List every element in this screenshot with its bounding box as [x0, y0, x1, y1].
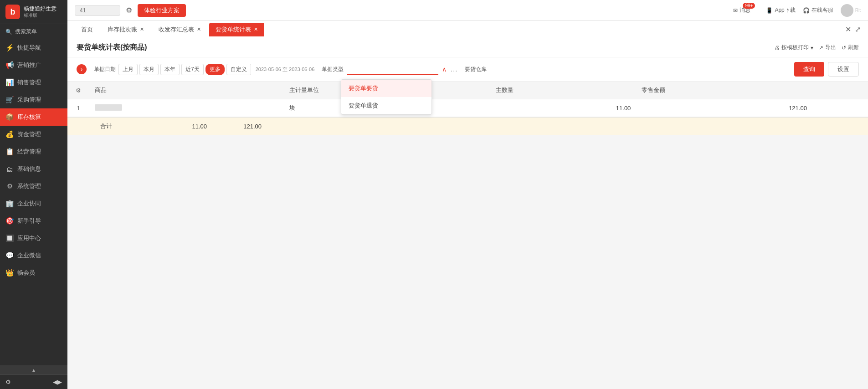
- date-btn-this-year[interactable]: 本年: [160, 64, 180, 75]
- app-download-item[interactable]: 📱 App下载: [766, 6, 795, 14]
- date-btn-more[interactable]: 更多: [205, 64, 225, 75]
- sidebar-nav: ⚡ 快捷导航 📢 营销推广 📊 销售管理 🛒 采购管理 📦 库存核算 💰 资金管…: [0, 39, 67, 365]
- sidebar-item-wechat[interactable]: 💬 企业微信: [0, 247, 67, 264]
- sidebar-item-enterprise[interactable]: 🏢 企业协同: [0, 195, 67, 212]
- type-more-icon[interactable]: …: [450, 65, 457, 73]
- table-row: 1 块 11.00 121.00: [67, 99, 868, 117]
- trial-button[interactable]: 体验行业方案: [138, 4, 186, 17]
- main-content: ⚙ 体验行业方案 ✉ 消息 99+ 📱 App下载 🎧 在线客服 Rit: [67, 0, 868, 389]
- warehouse-filter-group: 要货仓库: [465, 66, 487, 73]
- topbar-settings-icon[interactable]: ⚙: [126, 6, 132, 15]
- app-logo-icon: b: [5, 5, 20, 19]
- filter-actions: 查询 设置: [794, 62, 859, 77]
- messages-item[interactable]: ✉ 消息 99+: [733, 6, 750, 14]
- window-controls: ✕ ⤢: [845, 25, 861, 34]
- print-dropdown-icon: ▾: [811, 45, 813, 51]
- sidebar-item-sales[interactable]: 📊 销售管理: [0, 74, 67, 91]
- messages-badge: 99+: [743, 3, 755, 9]
- dropdown-item-order-return[interactable]: 要货单退货: [341, 97, 431, 114]
- tabbar: 首页 库存批次账 ✕ 收发存汇总表 ✕ 要货单统计表 ✕ ✕ ⤢: [67, 21, 868, 38]
- messages-icon: ✉: [733, 7, 738, 14]
- date-btn-last-7days[interactable]: 近7天: [181, 64, 204, 75]
- nav-icon-operation: 📋: [5, 148, 14, 156]
- print-icon: 🖨: [774, 45, 780, 51]
- nav-icon-basic: 🗂: [5, 165, 14, 173]
- type-dropdown-chevron[interactable]: ∧: [442, 66, 447, 73]
- print-template-button[interactable]: 🖨 按模板打印 ▾: [774, 44, 813, 51]
- refresh-button[interactable]: ↺ 刷新: [842, 44, 859, 51]
- app-download-icon: 📱: [766, 7, 773, 14]
- nav-icon-wechat: 💬: [5, 251, 14, 260]
- nav-icon-sales: 📊: [5, 78, 14, 87]
- nav-icon-inventory: 📦: [5, 113, 14, 121]
- sidebar: b 畅捷通好生意 标准版 🔍 搜索菜单 ⚡ 快捷导航 📢 营销推广 📊 销售管理…: [0, 0, 67, 389]
- sidebar-collapse-button[interactable]: ▲: [0, 365, 67, 374]
- page-header: 要货单统计表(按商品) 🖨 按模板打印 ▾ ↗ 导出 ↺ 刷新: [67, 38, 868, 57]
- tab-close-receivable-summary[interactable]: ✕: [197, 26, 201, 32]
- query-button[interactable]: 查询: [794, 62, 824, 77]
- sidebar-item-marketing[interactable]: 📢 营销推广: [0, 56, 67, 74]
- date-filter-group: 单据日期 上月 本月 本年 近7天 更多 自定义 2023-05-06 至 20…: [94, 64, 314, 75]
- window-expand-icon[interactable]: ⤢: [855, 25, 861, 34]
- nav-icon-finance: 💰: [5, 130, 14, 138]
- table-footer: 合计 11.00 121.00: [67, 117, 868, 135]
- type-filter-label: 单据类型: [322, 66, 344, 73]
- topbar-left: ⚙ 体验行业方案: [75, 4, 186, 17]
- tab-close-inventory-batch[interactable]: ✕: [140, 26, 144, 32]
- table-settings-icon[interactable]: ⚙: [76, 87, 81, 94]
- date-btn-custom[interactable]: 自定义: [226, 64, 251, 75]
- col-header-product: 商品: [89, 82, 284, 99]
- table-cell-product: [89, 99, 284, 117]
- nav-icon-member: 👑: [5, 269, 14, 277]
- nav-icon-enterprise: 🏢: [5, 200, 14, 208]
- export-button[interactable]: ↗ 导出: [819, 44, 836, 51]
- data-table-container: ⚙ 商品 主计量单位 主数量 零售金额 1: [67, 82, 868, 117]
- filter-settings-button[interactable]: 设置: [828, 62, 859, 77]
- sidebar-item-operation[interactable]: 📋 经营管理: [0, 143, 67, 160]
- page-content: 要货单统计表(按商品) 🖨 按模板打印 ▾ ↗ 导出 ↺ 刷新 ›: [67, 38, 868, 389]
- footer-totals: 11.00 121.00: [121, 123, 267, 130]
- tab-order-summary[interactable]: 要货单统计表 ✕: [209, 23, 264, 36]
- user-avatar-item[interactable]: Rit: [841, 4, 861, 17]
- sidebar-item-finance[interactable]: 💰 资金管理: [0, 126, 67, 143]
- tab-home[interactable]: 首页: [75, 23, 99, 36]
- search-icon: 🔍: [5, 29, 12, 35]
- sidebar-item-apps[interactable]: 🔲 应用中心: [0, 230, 67, 247]
- sidebar-item-quick-nav[interactable]: ⚡ 快捷导航: [0, 39, 67, 56]
- sidebar-search[interactable]: 🔍 搜索菜单: [0, 24, 67, 39]
- table-cell-sale-amount: 121.00: [636, 99, 812, 117]
- sidebar-item-guide[interactable]: 🎯 新手引导: [0, 212, 67, 230]
- topbar-search-input[interactable]: [75, 5, 120, 16]
- dropdown-item-order-goods[interactable]: 要货单要货: [341, 80, 431, 97]
- tab-close-order-summary[interactable]: ✕: [254, 26, 258, 32]
- filter-expand-button[interactable]: ›: [77, 64, 87, 74]
- tab-receivable-summary[interactable]: 收发存汇总表 ✕: [152, 23, 207, 36]
- online-service-item[interactable]: 🎧 在线客服: [803, 6, 833, 14]
- sidebar-settings-icon[interactable]: ⚙: [5, 379, 11, 385]
- date-btn-last-month[interactable]: 上月: [118, 64, 138, 75]
- type-filter-input[interactable]: [347, 64, 438, 75]
- sidebar-item-member[interactable]: 👑 畅会员: [0, 264, 67, 282]
- window-close-icon[interactable]: ✕: [845, 25, 851, 34]
- table-header-row: ⚙ 商品 主计量单位 主数量 零售金额: [67, 82, 868, 99]
- nav-icon-quick: ⚡: [5, 44, 14, 52]
- sidebar-item-inventory[interactable]: 📦 库存核算: [0, 108, 67, 126]
- type-dropdown: 要货单要货 要货单退货: [341, 79, 432, 115]
- date-filter-label: 单据日期: [94, 66, 116, 73]
- date-buttons: 上月 本月 本年 近7天 更多 自定义: [118, 64, 251, 75]
- date-btn-this-month[interactable]: 本月: [139, 64, 159, 75]
- type-filter-group: 单据类型 ∧ …: [322, 64, 457, 75]
- sidebar-item-basic[interactable]: 🗂 基础信息: [0, 160, 67, 178]
- filter-bar: › 单据日期 上月 本月 本年 近7天 更多 自定义 2023-05-06 至 …: [67, 57, 868, 82]
- tab-inventory-batch[interactable]: 库存批次账 ✕: [101, 23, 150, 36]
- sidebar-item-system[interactable]: ⚙ 系统管理: [0, 178, 67, 195]
- export-icon: ↗: [819, 45, 823, 51]
- footer-sale-amount: 121.00: [212, 123, 267, 130]
- product-name-placeholder: [95, 104, 122, 111]
- col-header-sale-amount: 零售金额: [636, 82, 812, 99]
- table-cell-num: 1: [67, 99, 89, 117]
- warehouse-filter-label: 要货仓库: [465, 66, 487, 73]
- nav-icon-apps: 🔲: [5, 234, 14, 242]
- sidebar-item-purchase[interactable]: 🛒 采购管理: [0, 91, 67, 108]
- sidebar-toggle-icon[interactable]: ◀▶: [53, 379, 62, 385]
